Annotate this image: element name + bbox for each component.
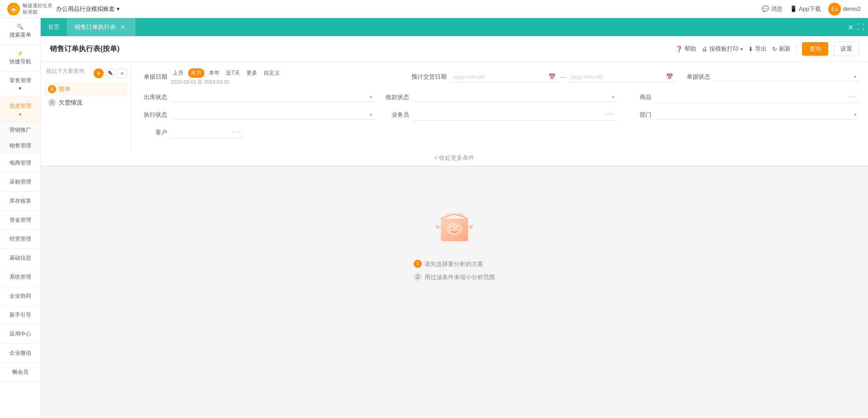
exec-status-select[interactable]: ▾ xyxy=(171,110,375,119)
quick-btn-more[interactable]: 更多 xyxy=(245,68,259,78)
sidebar-item-app-center[interactable]: 应用中心 xyxy=(0,325,40,344)
goods-more-icon[interactable]: ··· xyxy=(848,93,856,101)
quick-btn-this-month[interactable]: 本月 xyxy=(188,68,204,78)
avatar: Ea xyxy=(828,3,841,15)
scheme-label: 欠货情况 xyxy=(59,99,82,107)
sidebar-item-search-menu[interactable]: 🔍 搜索菜单 xyxy=(0,18,40,45)
expected-date-to[interactable]: yyyy-mm-dd 📅 xyxy=(568,71,676,82)
export-btn[interactable]: ⬇ 导出 xyxy=(748,45,767,53)
sidebar-item-label: 资金管理 xyxy=(9,216,31,224)
sidebar-item-marketing[interactable]: 营销推广 xyxy=(0,122,40,138)
filter-field-exec-status: 执行状态 ▾ xyxy=(140,110,375,119)
customer-more-icon[interactable]: ··· xyxy=(232,128,241,136)
dept-dropdown-icon: ▾ xyxy=(854,112,856,117)
filter-field-salesman: 业务员 ··· xyxy=(382,109,617,121)
app-selector-label: 办公用品行业模拟账套 xyxy=(56,5,115,13)
sidebar-item-sales-mgmt[interactable]: 销售管理 xyxy=(0,138,40,154)
goods-select[interactable]: ··· xyxy=(655,91,859,103)
tab-close-icon[interactable]: ✕ xyxy=(118,23,127,31)
svg-point-6 xyxy=(451,228,453,229)
filter-layout: 按以下方案查询 + ✎ « 按 按单 欠 xyxy=(41,62,868,150)
expected-date-from[interactable]: yyyy-mm-dd 📅 xyxy=(450,71,558,82)
refresh-btn[interactable]: ↻ 刷新 xyxy=(772,45,791,53)
sidebar-item-system-mgmt[interactable]: 系统管理 xyxy=(0,268,40,287)
sidebar-item-new-guide[interactable]: 新手引导 xyxy=(0,306,40,325)
salesman-more-icon[interactable]: ··· xyxy=(605,110,614,119)
filter-field-out-status: 出库状态 ▾ xyxy=(140,93,375,102)
refresh-label: 刷新 xyxy=(779,45,791,53)
filter-row-2: 出库状态 ▾ 收款状态 ▾ xyxy=(140,91,859,103)
filter-field-customer: 客户 ··· xyxy=(140,126,244,138)
filter-field-status: 单据状态 ▾ xyxy=(683,72,859,81)
customer-select[interactable]: ··· xyxy=(171,126,244,138)
main-layout: 🔍 搜索菜单 ⚡ 快捷导航 零售管理 ▼ 批发管理 ▲ 营销推广 销售管理 电商… xyxy=(0,18,868,418)
sidebar-item-wholesale-mgmt[interactable]: 批发管理 ▲ xyxy=(0,97,40,122)
app-selector[interactable]: 办公用品行业模拟账套 ▾ xyxy=(56,5,120,13)
print-icon: 🖨 xyxy=(702,46,708,52)
print-label: 按模板打印 xyxy=(709,45,739,53)
hint-2-text: 用过滤条件来缩小分析范围 xyxy=(425,272,495,282)
tab-expand-icon[interactable]: ⛶ xyxy=(857,23,864,31)
sidebar-item-quick-nav[interactable]: ⚡ 快捷导航 xyxy=(0,45,40,71)
quick-nav-icon: ⚡ xyxy=(17,50,24,57)
app-download-label: App下载 xyxy=(799,5,821,13)
filter-row-3: 执行状态 ▾ 业务员 ··· xyxy=(140,109,859,121)
filter-field-dept: 部门 ▾ xyxy=(624,110,859,119)
sidebar-item-label: 新手引导 xyxy=(9,311,31,319)
status-dropdown-icon: ▾ xyxy=(854,74,856,79)
dept-select[interactable]: ▾ xyxy=(655,110,859,119)
quick-btn-custom[interactable]: 自定义 xyxy=(262,68,282,78)
content-area: 首页 销售订单执行表 ✕ ✕ ⛶ 销售订单执行表(按单) ❓ 帮助 xyxy=(41,18,868,418)
settings-btn[interactable]: 设置 xyxy=(834,42,859,56)
sidebar-item-basic-info[interactable]: 基础信息 xyxy=(0,249,40,268)
sidebar-item-finance-mgmt[interactable]: 资金管理 xyxy=(0,211,40,230)
sidebar-item-ops-mgmt[interactable]: 经营管理 xyxy=(0,230,40,249)
sidebar-item-retail-mgmt[interactable]: 零售管理 ▼ xyxy=(0,71,40,97)
message-icon: 💬 xyxy=(762,5,769,12)
receive-status-select[interactable]: ▾ xyxy=(413,93,617,102)
salesman-select[interactable]: ··· xyxy=(413,109,617,121)
edit-scheme-btn[interactable]: ✎ xyxy=(105,68,115,78)
scheme-item-按单[interactable]: 按 按单 xyxy=(44,82,127,96)
add-scheme-btn[interactable]: + xyxy=(94,68,104,78)
quick-btn-last-month[interactable]: 上月 xyxy=(171,68,185,78)
print-btn[interactable]: 🖨 按模板打印 ▾ xyxy=(702,45,743,53)
sidebar-item-label: 快捷导航 xyxy=(9,58,31,66)
help-label: 帮助 xyxy=(684,45,696,53)
message-btn[interactable]: 💬 消息 xyxy=(762,5,783,13)
salesman-label: 业务员 xyxy=(382,111,409,119)
hint-2-number: 2 xyxy=(414,273,422,281)
user-info[interactable]: Ea demo2 xyxy=(828,3,861,15)
status-select[interactable]: ▾ xyxy=(714,72,859,81)
sidebar-item-enterprise-collab[interactable]: 企业协同 xyxy=(0,287,40,306)
search-menu-icon: 🔍 xyxy=(17,24,24,30)
receive-status-label: 收款状态 xyxy=(382,93,409,101)
chevron-down-icon: ▼ xyxy=(18,86,23,91)
sidebar-item-inventory-calc[interactable]: 库存核算 xyxy=(0,192,40,211)
quick-btn-last-7days[interactable]: 近7天 xyxy=(224,68,242,78)
settings-label: 设置 xyxy=(840,45,852,53)
sidebar-item-enterprise-wechat[interactable]: 企业微信 xyxy=(0,344,40,363)
app-download-btn[interactable]: 📱 App下载 xyxy=(790,5,821,13)
out-status-dropdown-icon: ▾ xyxy=(370,95,372,100)
quick-btn-this-year[interactable]: 本年 xyxy=(207,68,222,78)
empty-state: 1 请先选择要分析的方案 2 用过滤条件来缩小分析范围 xyxy=(41,166,868,319)
query-btn[interactable]: 查询 xyxy=(802,42,828,56)
sidebar-item-purchase-mgmt[interactable]: 采购管理 xyxy=(0,173,40,192)
sidebar-item-ecommerce-mgmt[interactable]: 电商管理 xyxy=(0,154,40,173)
hint-1-number: 1 xyxy=(414,260,422,268)
tab-bar-actions: ✕ ⛶ xyxy=(844,18,868,36)
scheme-item-欠货情况[interactable]: 欠 欠货情况 xyxy=(44,96,127,109)
collapse-more-bar[interactable]: « 收起更多条件 xyxy=(41,150,868,166)
tab-sales-order[interactable]: 销售订单执行表 ✕ xyxy=(67,18,135,36)
top-left: 畅 畅捷通好生意 标准版 办公用品行业模拟账套 ▾ xyxy=(7,3,120,15)
dept-label: 部门 xyxy=(624,111,651,119)
sidebar-item-label: 系统管理 xyxy=(9,273,31,281)
sidebar-item-member[interactable]: 畅会员 xyxy=(0,363,40,382)
out-status-select[interactable]: ▾ xyxy=(171,93,375,102)
tab-close-all-icon[interactable]: ✕ xyxy=(848,23,854,32)
tab-home[interactable]: 首页 xyxy=(41,18,67,36)
wholesale-sub-items: 营销推广 销售管理 xyxy=(0,122,40,154)
collapse-scheme-btn[interactable]: « xyxy=(117,68,127,78)
help-btn[interactable]: ❓ 帮助 xyxy=(675,45,696,53)
